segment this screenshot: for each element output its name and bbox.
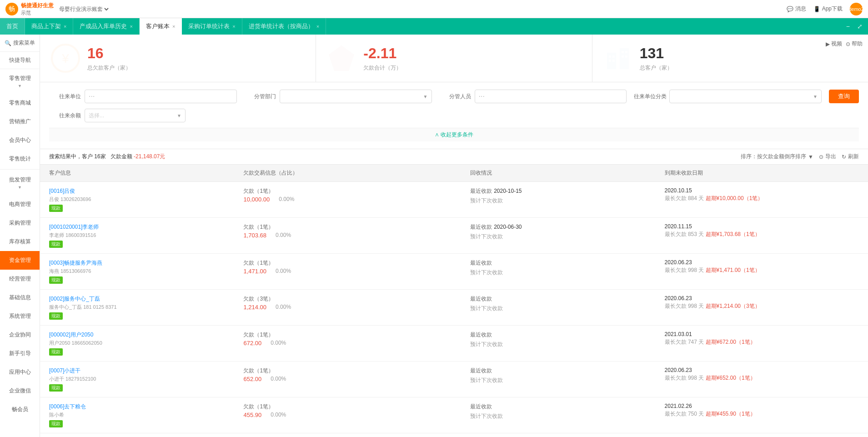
table-col-repay: 回收情况	[470, 169, 664, 177]
overdue-link-000002[interactable]: 超期¥672.00（1笔）	[706, 339, 756, 345]
sidebar-item-basic-label: 基础信息	[9, 294, 31, 301]
customer-name-link-0003[interactable]: [0003]畅捷服务尹海燕	[49, 260, 102, 266]
svg-rect-6	[612, 55, 615, 58]
tab-home-label: 首页	[6, 22, 18, 30]
customer-cell-0007: [0007]小进干 小进干 18279152100 现款	[49, 367, 243, 392]
sidebar-item-retail-stats[interactable]: 零售统计	[0, 150, 40, 168]
search-button[interactable]: 查询	[829, 90, 859, 103]
results-info: 搜索结果中，客户 16家 欠款金额 -21,148.07元	[49, 153, 165, 161]
customer-name-link-0007[interactable]: [0007]小进干	[49, 367, 80, 374]
customer-name-link-000002[interactable]: [000002]用户2050	[49, 332, 93, 338]
tag-xian-000002: 现款	[49, 348, 63, 356]
sidebar-item-new-guide[interactable]: 新手引导	[0, 344, 40, 363]
top-bar-right: 💬 消息 📱 App下载 demo2	[787, 3, 863, 15]
sidebar-item-basic[interactable]: 基础信息	[0, 288, 40, 307]
svg-rect-9	[622, 51, 624, 53]
tab-product-history-close[interactable]: ×	[130, 24, 132, 29]
sidebar-item-retail-mall[interactable]: 零售商城	[0, 94, 40, 112]
overdue-link-0016[interactable]: 超期¥10,000.00（1笔）	[706, 195, 763, 201]
tab-minimize-button[interactable]: −	[844, 21, 852, 32]
tab-purchase-order[interactable]: 采购订单统计表 ×	[182, 18, 242, 35]
logo-icon: 畅	[5, 3, 18, 15]
filter-source-unit-label: 往来单位	[49, 93, 81, 100]
export-label: 导出	[825, 153, 836, 161]
sort-select[interactable]: 排序：按欠款金额倒序排序 ▼	[741, 153, 813, 161]
filter-row-1: 往来单位 ··· 分管部门 ▼ 分管人员 ···	[49, 90, 859, 103]
repay-next-0003: 预计下次收款	[470, 269, 664, 276]
filter-balance-select[interactable]: 选择... ▼	[85, 109, 186, 122]
sidebar-search-menu[interactable]: 🔍 搜索菜单	[0, 35, 40, 52]
sidebar-item-retail-mgmt[interactable]: 零售管理 ▼	[0, 69, 40, 94]
debt-amount-000002: 672.00	[243, 340, 261, 347]
sidebar-item-enterprise-wechat[interactable]: 企业微信	[0, 382, 40, 400]
tab-purchase-stats[interactable]: 进货单统计表（按商品） ×	[242, 18, 326, 35]
filter-unit-category-select[interactable]: ▼	[669, 90, 822, 103]
filter-person-input[interactable]: ···	[475, 90, 627, 103]
svg-rect-5	[609, 55, 611, 58]
table-col-debt: 欠款交易信息（占比）	[243, 169, 470, 177]
table-row: [0001020001]李老师 李老师 18600391516 现款 欠款（1笔…	[40, 218, 868, 254]
customer-phone-0003: 海燕 18513066976	[49, 268, 243, 275]
table-row: [0016]吕俊 吕俊 13026203696 现款 欠款（1笔） 10,000…	[40, 182, 868, 218]
user-profile[interactable]: demo2	[850, 3, 863, 15]
main-layout: 🔍 搜索菜单 快捷导航 零售管理 ▼ 零售商城 营销推广 会员中心 零售统计 批…	[0, 35, 868, 437]
tab-customer-account-close[interactable]: ×	[172, 24, 175, 29]
help-action-button[interactable]: ⊙ 帮助	[846, 40, 863, 48]
sidebar-quick-nav[interactable]: 快捷导航	[0, 52, 40, 69]
company-select[interactable]: 母婴行业演示账套	[57, 5, 110, 13]
filter-dept-select[interactable]: ▼	[280, 90, 432, 103]
tab-product-history[interactable]: 产成品入库单历史 ×	[73, 18, 139, 35]
stat-value-debt-customers: 16	[87, 45, 131, 62]
overdue-link-0006[interactable]: 超期¥455.90（1笔）	[706, 411, 756, 417]
collapse-button[interactable]: ∧ 收起更多条件	[49, 128, 859, 141]
sidebar-item-inventory[interactable]: 库存核算	[0, 232, 40, 251]
avatar: demo2	[850, 3, 863, 15]
repay-next-0006: 预计下次收款	[470, 412, 664, 420]
stat-card-total-customers: 131 总客户（家） ▶ 视频 ⊙ 帮助	[592, 35, 868, 82]
results-debt-amount: -21,148.07元	[134, 153, 165, 160]
tab-purchase-order-close[interactable]: ×	[232, 24, 235, 29]
app-download-button[interactable]: 📱 App下载	[813, 5, 843, 13]
tab-product-shelf-close[interactable]: ×	[64, 24, 66, 29]
sidebar-item-marketing[interactable]: 营销推广	[0, 112, 40, 131]
sidebar-item-purchase[interactable]: 采购管理	[0, 214, 40, 232]
sidebar-item-new-guide-label: 新手引导	[9, 350, 31, 357]
tab-customer-account[interactable]: 客户账本 ×	[140, 18, 182, 35]
results-actions: 排序：按欠款金额倒序排序 ▼ ⊙ 导出 ↻ 刷新	[741, 153, 859, 161]
tab-home[interactable]: 首页	[0, 18, 25, 35]
message-button[interactable]: 💬 消息	[787, 5, 806, 13]
export-button[interactable]: ⊙ 导出	[819, 153, 836, 161]
overdue-link-lls[interactable]: 超期¥1,703.68（1笔）	[706, 231, 760, 237]
customer-name-link-lls[interactable]: [0001020001]李老师	[49, 224, 99, 230]
sidebar-item-enterprise[interactable]: 企业协同	[0, 326, 40, 344]
sidebar-item-system[interactable]: 系统管理	[0, 307, 40, 326]
tab-purchase-stats-close[interactable]: ×	[316, 24, 319, 29]
debt-cell-lls: 欠款（1笔） 1,703.68 0.00%	[243, 223, 470, 239]
filter-person-label: 分管人员	[439, 93, 471, 100]
tab-expand-button[interactable]: ⤢	[855, 21, 864, 32]
customer-phone-000002: 用户2050 18665062050	[49, 340, 243, 347]
repay-last-0003: 最近收款	[470, 259, 664, 267]
sidebar-item-vip[interactable]: 畅会员	[0, 400, 40, 419]
svg-rect-10	[625, 51, 627, 53]
refresh-button[interactable]: ↻ 刷新	[842, 153, 859, 161]
customer-cell-0016: [0016]吕俊 吕俊 13026203696 现款	[49, 187, 243, 212]
sidebar-item-batch-mgmt[interactable]: 批发管理 ▼	[0, 171, 40, 195]
video-action-button[interactable]: ▶ 视频	[826, 40, 842, 48]
sidebar-item-app-center[interactable]: 应用中心	[0, 363, 40, 382]
filter-source-unit-input[interactable]: ···	[85, 90, 237, 103]
sidebar-item-business[interactable]: 经营管理	[0, 270, 40, 288]
customer-name-link-0002[interactable]: [0002]服务中心_丁磊	[49, 296, 100, 302]
overdue-link-0002[interactable]: 超期¥1,214.00（3笔）	[706, 303, 760, 309]
overdue-link-0003[interactable]: 超期¥1,471.00（1笔）	[706, 267, 760, 273]
customer-name-link-0006[interactable]: [0006]去下粮仓	[49, 403, 86, 410]
sidebar-item-finance[interactable]: 资金管理	[0, 251, 40, 270]
sidebar-item-member[interactable]: 会员中心	[0, 131, 40, 150]
repay-last-lls: 最近收款2020-06-30	[470, 223, 664, 231]
tab-product-shelf[interactable]: 商品上下架 ×	[25, 18, 73, 35]
sidebar-item-ecommerce[interactable]: 电商管理	[0, 195, 40, 214]
svg-rect-8	[612, 60, 615, 62]
overdue-link-0007[interactable]: 超期¥652.00（1笔）	[706, 375, 756, 381]
stat-info-total-customers: 131 总客户（家）	[640, 45, 672, 71]
customer-name-link-0016[interactable]: [0016]吕俊	[49, 188, 75, 194]
